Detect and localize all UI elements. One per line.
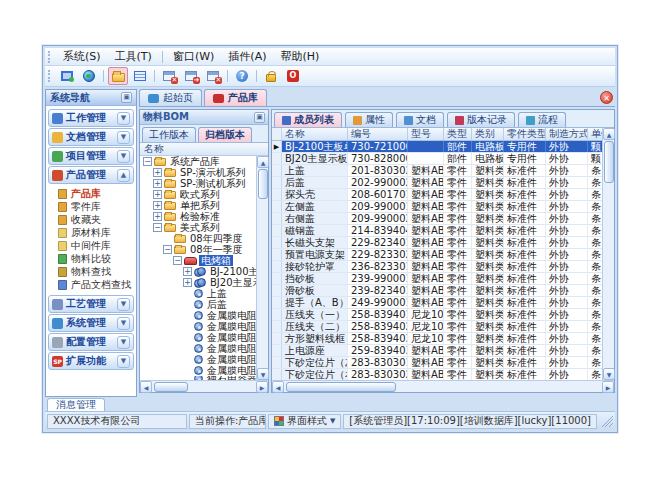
lock-button[interactable] <box>261 67 281 85</box>
table-row[interactable]: 压线夹（一）258-839401-00X尼龙1010零件塑料类标准件外协条 <box>272 309 602 321</box>
table-row[interactable]: 提手（A、B）249-990001-01X塑料ABS零件塑料类标准件外协条 <box>272 297 602 309</box>
window-close-button[interactable] <box>159 67 179 85</box>
scroll-down-icon[interactable]: ▼ <box>257 368 269 380</box>
sidebar-item-1[interactable]: 零件库 <box>48 200 134 213</box>
grid-button[interactable] <box>130 67 150 85</box>
menu-item-4[interactable]: 帮助(H) <box>273 48 326 65</box>
table-row[interactable]: 方形塑料线框258-839403-00X尼龙1010零件塑料类标准件外协条 <box>272 333 602 345</box>
tree-expander-icon[interactable]: + <box>153 201 162 210</box>
column-header-4[interactable]: 类别 <box>472 128 504 140</box>
scroll-up-icon[interactable]: ▲ <box>603 128 615 140</box>
column-header-6[interactable]: 制造方式 <box>546 128 588 140</box>
scroll-down-icon[interactable]: ▼ <box>603 368 615 380</box>
close-icon[interactable]: ✕ <box>600 91 613 104</box>
member-tab-3[interactable]: 版本记录 <box>447 112 515 127</box>
doc-tab-1[interactable]: 产品库 <box>204 89 267 106</box>
column-header-5[interactable]: 零件类型 <box>504 128 546 140</box>
tree-expander-icon[interactable]: + <box>153 168 162 177</box>
sidebar-item-3[interactable]: 原材料库 <box>48 226 134 239</box>
pin-icon[interactable]: ▣ <box>121 92 132 103</box>
scroll-thumb[interactable] <box>286 382 396 392</box>
table-row[interactable]: 探头壳208-601701-01X塑料ABS零件塑料类标准件外协条 <box>272 189 602 201</box>
scroll-left-icon[interactable]: ◀ <box>272 381 284 393</box>
chevron-down-icon[interactable]: ▼ <box>117 112 130 125</box>
scroll-right-icon[interactable]: ▶ <box>602 381 614 393</box>
scroll-left-icon[interactable]: ◀ <box>140 381 152 393</box>
menu-item-2[interactable]: 窗口(W) <box>166 48 221 65</box>
sidebar-item-6[interactable]: 物料查找 <box>48 265 134 278</box>
table-row[interactable]: 长磁头支架229-823401-00X塑料ABS零件塑料类标准件外协条 <box>272 237 602 249</box>
table-row[interactable]: 滑砂板239-823401-00X塑料ABS零件塑料类标准件外协条 <box>272 285 602 297</box>
table-row[interactable]: 后盖202-990002-01X塑料ABS零件塑料类标准件外协条 <box>272 177 602 189</box>
tree-expander-icon[interactable]: + <box>183 267 192 276</box>
chevron-down-icon[interactable]: ▼ <box>117 355 130 368</box>
tree-node-14[interactable]: 金属膜电阻器 <box>140 310 256 321</box>
monitor-button[interactable] <box>57 67 77 85</box>
menu-item-3[interactable]: 插件(A) <box>221 48 273 65</box>
tree-node-5[interactable]: +检验标准 <box>140 211 256 222</box>
member-tab-1[interactable]: 属性 <box>345 112 393 127</box>
chevron-down-icon[interactable]: ▼ <box>117 298 130 311</box>
column-header-2[interactable]: 型号 <box>408 128 444 140</box>
sidebar-item-0[interactable]: 产品库 <box>48 187 134 200</box>
table-row[interactable]: 左侧盖209-990001-01X塑料ABS零件塑料类标准件外协条 <box>272 201 602 213</box>
folder-button[interactable] <box>108 67 128 85</box>
scroll-right-icon[interactable]: ▶ <box>256 381 268 393</box>
scroll-thumb[interactable] <box>258 169 268 199</box>
power-button[interactable]: O <box>283 67 303 85</box>
tree-node-20[interactable]: 独石电容器 <box>140 376 256 380</box>
table-vertical-scrollbar[interactable]: ▲ ▼ <box>602 128 614 380</box>
tree-node-1[interactable]: +SP-演示机系列 <box>140 167 256 178</box>
tree-expander-icon[interactable]: + <box>183 278 192 287</box>
column-header-7[interactable]: 单位 <box>588 128 602 140</box>
member-tab-4[interactable]: 流程 <box>518 112 566 127</box>
sidebar-group-1[interactable]: 文档管理▼ <box>48 128 134 146</box>
tree-node-15[interactable]: 金属膜电阻器 <box>140 321 256 332</box>
sidebar-group-5[interactable]: 系统管理▼ <box>48 314 134 332</box>
tree-node-4[interactable]: +单把系列 <box>140 200 256 211</box>
bom-tab-0[interactable]: 工作版本 <box>142 127 196 142</box>
toolbar-grip[interactable] <box>48 70 53 82</box>
sidebar-group-6[interactable]: 配置管理▼ <box>48 333 134 351</box>
tree-node-16[interactable]: 金属膜电阻器 <box>140 332 256 343</box>
scroll-up-icon[interactable]: ▲ <box>257 156 269 168</box>
globe-button[interactable] <box>79 67 99 85</box>
table-row[interactable]: 接砂轮护罩236-823301-00X塑料ABS零件塑料类标准件外协条 <box>272 261 602 273</box>
table-horizontal-scrollbar[interactable]: ◀ ▶ <box>272 380 614 392</box>
tab-message-manager[interactable]: 消息管理 <box>47 398 105 411</box>
chevron-down-icon[interactable]: ▼ <box>117 131 130 144</box>
table-row[interactable]: BJ20主显示板730-828000-04X部件电路板专用件外协颗 <box>272 153 602 165</box>
tree-expander-icon[interactable]: − <box>173 256 182 265</box>
tree-horizontal-scrollbar[interactable]: ◀ ▶ <box>140 380 268 392</box>
menu-item-0[interactable]: 系统(S) <box>56 48 108 65</box>
scroll-thumb[interactable] <box>604 141 614 183</box>
tree-node-6[interactable]: −美式系列 <box>140 222 256 233</box>
scroll-thumb[interactable] <box>154 382 188 392</box>
tree-expander-icon[interactable]: + <box>153 212 162 221</box>
chevron-down-icon[interactable]: ▼ <box>117 336 130 349</box>
tree-node-3[interactable]: +欧式系列 <box>140 189 256 200</box>
column-header-0[interactable]: 名称 <box>282 128 348 140</box>
tree-expander-icon[interactable]: + <box>153 179 162 188</box>
sidebar-group-7[interactable]: SP扩展功能▼ <box>48 352 134 370</box>
sidebar-item-2[interactable]: 收藏夹 <box>48 213 134 226</box>
pin-icon[interactable]: ▣ <box>254 112 265 123</box>
column-header-3[interactable]: 类型 <box>444 128 472 140</box>
table-row[interactable]: 磁钢盖214-839404-01X塑料ABS零件塑料类标准件外协条 <box>272 225 602 237</box>
column-header-1[interactable]: 编号 <box>348 128 408 140</box>
tree-vertical-scrollbar[interactable]: ▲ ▼ <box>256 156 268 380</box>
table-row[interactable]: 上电源座259-839403-00X塑料ABS零件塑料类标准件外协条 <box>272 345 602 357</box>
table-row[interactable]: ▶BJ-2100主板单点730-721000-12X部件电路板专用件外协颗 <box>272 141 602 153</box>
interface-style-dropdown[interactable]: 界面样式 ▼ <box>268 414 341 429</box>
tree-node-10[interactable]: +BJ-2100主板单点 <box>140 266 256 277</box>
tree-node-0[interactable]: −系统产品库 <box>140 156 256 167</box>
tree-expander-icon[interactable]: − <box>163 245 172 254</box>
chevron-down-icon[interactable]: ▼ <box>117 317 130 330</box>
member-tab-0[interactable]: 成员列表 <box>274 112 342 127</box>
tree-node-9[interactable]: −电烤箱 <box>140 255 256 266</box>
tree-node-19[interactable]: 金属膜电阻器 <box>140 365 256 376</box>
tree-expander-icon[interactable]: − <box>153 223 162 232</box>
window-x-button[interactable] <box>203 67 223 85</box>
sidebar-group-3[interactable]: 产品管理▲ <box>48 166 134 184</box>
window-refresh-button[interactable] <box>181 67 201 85</box>
